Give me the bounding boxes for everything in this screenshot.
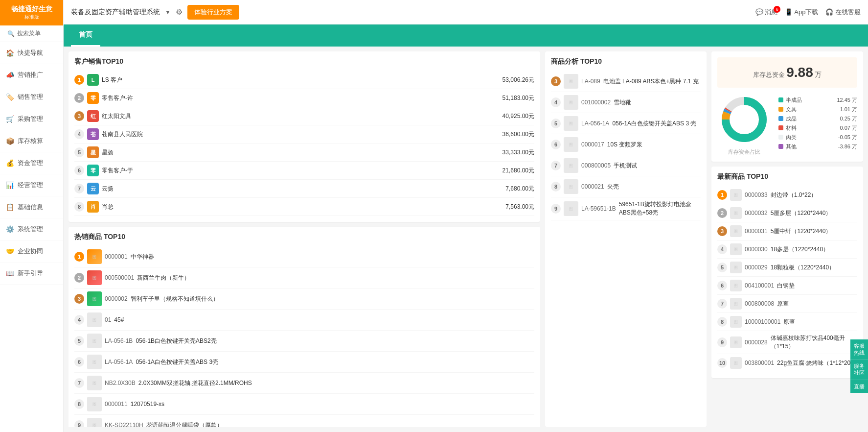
notification-count: 6 <box>774 6 780 13</box>
product-image: 图 <box>730 207 742 219</box>
product-image: 图 <box>730 357 742 369</box>
sidebar-item-quick-nav[interactable]: 🏠 快捷导航 <box>0 42 63 64</box>
legend-item: 成品 0.25 万 <box>778 115 857 122</box>
rank-number: 3 <box>717 226 727 236</box>
sidebar-item-purchase[interactable]: 🛒 采购管理 <box>0 108 63 130</box>
product-code: 001000002 <box>581 99 611 106</box>
rank-number: 3 <box>74 294 84 304</box>
middle-product-item: 6 图 0000017 10S 变频罗浆 <box>551 134 701 155</box>
product-code: KK-SD22110H <box>105 422 143 427</box>
sidebar-item-finance[interactable]: 💰 资金管理 <box>0 152 63 174</box>
online-service-label: 在线客服 <box>835 8 861 16</box>
rank-amount: 53,006.26元 <box>503 76 534 84</box>
sidebar-item-coop[interactable]: 🤝 企业协同 <box>0 240 63 263</box>
legend-dot <box>778 97 783 102</box>
new-products-title: 最新商品 TOP10 <box>717 172 857 181</box>
new-product-item: 5 图 0000029 18颗粒板（1220*2440） <box>717 259 857 277</box>
product-code: LA-056-1B <box>105 337 133 344</box>
rank-amount: 36,600.00元 <box>503 130 534 139</box>
system-dropdown[interactable]: ▼ <box>165 9 171 16</box>
inventory-label: 库存总资金 <box>753 71 785 78</box>
sidebar-icon-purchase: 🛒 <box>5 114 15 124</box>
product-code: 0000002 <box>105 295 128 302</box>
logo-title: 畅捷通好生意 <box>11 5 52 14</box>
app-download[interactable]: 📱 App下载 <box>785 8 818 17</box>
rank-avatar: L <box>87 74 99 86</box>
rank-avatar: 肖 <box>87 201 99 213</box>
rank-number: 5 <box>551 119 561 128</box>
rank-avatar: 零 <box>87 165 99 176</box>
product-name: 056-1A白色按键开关盖ABS 3 壳 <box>612 120 701 128</box>
sidebar-item-sales[interactable]: 🏷️ 销售管理 <box>0 86 63 108</box>
product-code: 000800008 <box>745 300 774 307</box>
product-name: 2.0X30MM双搓花轴,搓花直径2.1MM/ROHS <box>138 379 534 387</box>
donut-label: 库存资金占比 <box>717 148 771 156</box>
product-image: 图 <box>87 334 102 348</box>
new-product-item: 4 图 0000030 18多层（1220*2440） <box>717 240 857 259</box>
sidebar-search[interactable]: 🔍 搜索菜单 <box>0 25 63 42</box>
rank-name: 肖总 <box>102 203 505 211</box>
product-image: 图 <box>564 158 578 173</box>
legend-value: 12.45 万 <box>837 96 857 104</box>
sidebar-label-guide: 新手引导 <box>18 269 43 278</box>
sidebar-item-operation[interactable]: 📊 经营管理 <box>0 174 63 196</box>
rank-avatar: 零 <box>87 92 99 104</box>
float-btn-community[interactable]: 服务社区 <box>850 360 868 380</box>
content-area: 客户销售TOP10 1 L LS 客户 53,006.26元 2 零 零售客户-… <box>64 47 868 432</box>
sidebar-item-basic[interactable]: 📋 基础信息 <box>0 196 63 218</box>
rank-number: 5 <box>717 263 727 272</box>
sidebar-item-guide[interactable]: 📖 新手引导 <box>0 263 63 285</box>
rank-item: 3 红 红太阳文具 40,925.00元 <box>74 107 534 125</box>
rank-number: 9 <box>74 420 84 427</box>
rank-item: 2 零 零售客户-许 51,183.00元 <box>74 89 534 107</box>
settings-icon[interactable]: ⚙ <box>176 7 183 17</box>
main-area: 装备及固定资产辅助管理系统 ▼ ⚙ 体验行业方案 💬 消息 6 📱 App下载 … <box>64 0 868 432</box>
rank-avatar: 苍 <box>87 128 99 140</box>
rank-number: 7 <box>74 184 84 193</box>
sidebar-item-system[interactable]: ⚙️ 系统管理 <box>0 218 63 240</box>
online-service[interactable]: 🎧 在线客服 <box>825 8 861 17</box>
rank-number: 4 <box>74 315 84 325</box>
product-code: 0000017 <box>581 141 604 148</box>
rank-number: 2 <box>717 208 727 218</box>
rank-name: 红太阳文具 <box>102 112 503 120</box>
sidebar-icon-guide: 📖 <box>5 268 15 278</box>
new-product-item: 2 图 0000032 5厘多层（1220*2440） <box>717 204 857 222</box>
rank-number: 3 <box>551 76 561 86</box>
rank-item: 6 零 零售客户-于 21,680.00元 <box>74 162 534 180</box>
trial-button[interactable]: 体验行业方案 <box>187 5 239 20</box>
rank-number: 7 <box>551 161 561 170</box>
product-code: 004100001 <box>745 282 774 289</box>
product-code: LA-59651-1B <box>581 205 616 212</box>
product-code: 000500001 <box>105 274 134 281</box>
product-image: 图 <box>87 418 102 427</box>
notification-badge[interactable]: 💬 消息 6 <box>755 8 778 17</box>
sidebar-item-inventory[interactable]: 📦 库存核算 <box>0 130 63 152</box>
sidebar-label-quick-nav: 快捷导航 <box>18 48 43 57</box>
float-btn-service[interactable]: 客服热线 <box>850 339 868 360</box>
product-image: 图 <box>564 74 578 89</box>
float-btn-live[interactable]: 直播 <box>850 380 868 393</box>
product-image: 图 <box>87 397 102 411</box>
float-buttons: 客服热线 服务社区 直播 <box>850 339 868 393</box>
product-image: 图 <box>564 201 578 216</box>
product-image: 图 <box>730 298 742 310</box>
legend-dot <box>778 144 783 149</box>
sidebar-label-finance: 资金管理 <box>18 159 43 168</box>
product-code: 003800001 <box>745 360 774 366</box>
product-code: 0000033 <box>745 192 768 198</box>
product-analysis-title: 商品分析 TOP10 <box>551 57 701 66</box>
rank-name: 云扬 <box>102 185 505 193</box>
rank-amount: 40,925.00元 <box>503 112 534 120</box>
rank-number: 2 <box>74 273 84 283</box>
nav-home[interactable]: 首页 <box>71 24 100 47</box>
new-products-card: 最新商品 TOP10 1 图 0000033 封边带（1.0*22） 2 图 0… <box>711 167 863 378</box>
rank-number: 8 <box>717 317 727 327</box>
sidebar-item-marketing[interactable]: 📣 营销推广 <box>0 64 63 86</box>
middle-product-item: 8 图 0000021 夹壳 <box>551 176 701 197</box>
notification-icon: 💬 <box>755 8 763 16</box>
rank-number: 5 <box>74 336 84 346</box>
rank-number: 9 <box>717 337 727 347</box>
rank-number: 2 <box>74 93 84 103</box>
sidebar-icon-coop: 🤝 <box>5 246 15 256</box>
